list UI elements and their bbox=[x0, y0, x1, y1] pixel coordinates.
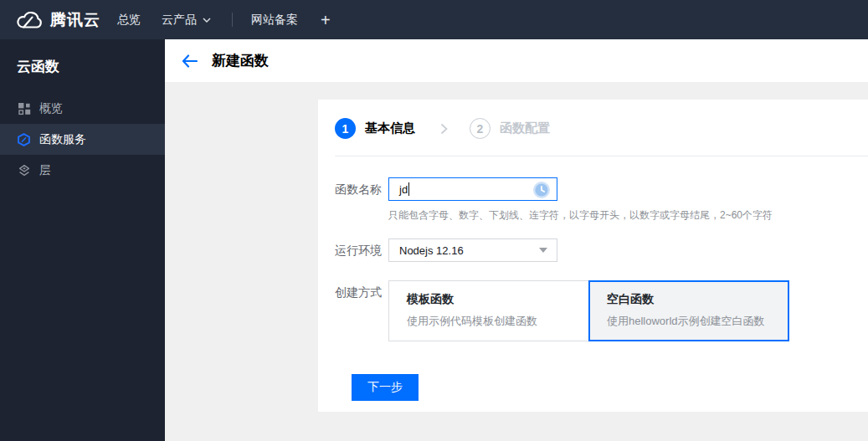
nav-item-label: 云产品 bbox=[162, 13, 197, 28]
section-divider bbox=[335, 156, 868, 156]
creation-method-options: 模板函数 使用示例代码模板创建函数 空白函数 使用helloworld示例创建空… bbox=[388, 280, 789, 341]
app-root: 腾讯云 总览 云产品 网站备案 + 云函数 bbox=[0, 0, 868, 441]
chevron-down-icon bbox=[203, 18, 211, 23]
nav-item-label: 总览 bbox=[117, 13, 141, 28]
step-basic-info: 1 基本信息 bbox=[335, 118, 415, 139]
creation-method-row: 创建方式 模板函数 使用示例代码模板创建函数 空白函数 使用helloworld… bbox=[335, 280, 868, 341]
next-step-button[interactable]: 下一步 bbox=[352, 374, 419, 401]
step-number-badge: 1 bbox=[335, 118, 356, 139]
function-name-input[interactable]: jd bbox=[388, 177, 557, 201]
back-arrow-button[interactable] bbox=[179, 51, 199, 71]
overview-grid-icon bbox=[17, 101, 31, 115]
validating-clock-icon bbox=[532, 181, 551, 203]
method-description: 使用示例代码模板创建函数 bbox=[407, 314, 580, 329]
sidebar-item-overview[interactable]: 概览 bbox=[0, 93, 165, 124]
topbar: 腾讯云 总览 云产品 网站备案 + bbox=[0, 0, 868, 39]
method-title: 模板函数 bbox=[407, 292, 580, 307]
method-description: 使用helloworld示例创建空白函数 bbox=[607, 314, 779, 329]
sidebar-item-label: 函数服务 bbox=[39, 132, 86, 147]
tencent-cloud-logo[interactable]: 腾讯云 bbox=[0, 9, 117, 31]
runtime-select[interactable]: Nodejs 12.16 bbox=[388, 238, 557, 262]
sidebar-title: 云函数 bbox=[0, 39, 165, 93]
wizard-steps: 1 基本信息 2 函数配置 bbox=[318, 100, 868, 156]
nav-item-label: 网站备案 bbox=[251, 13, 298, 28]
page-title: 新建函数 bbox=[212, 51, 269, 70]
runtime-row: 运行环境 Nodejs 12.16 bbox=[335, 238, 868, 262]
step-function-config: 2 函数配置 bbox=[470, 118, 550, 139]
step-label: 基本信息 bbox=[365, 121, 415, 136]
page-header: 新建函数 bbox=[165, 39, 868, 82]
basic-info-form: 函数名称 jd bbox=[318, 177, 868, 401]
step-number-badge: 2 bbox=[470, 118, 490, 139]
topbar-nav: 总览 云产品 网站备案 + bbox=[117, 12, 331, 28]
content-area: 1 基本信息 2 函数配置 bbox=[165, 82, 868, 441]
brand-name: 腾讯云 bbox=[50, 9, 100, 31]
sidebar-item-label: 概览 bbox=[39, 101, 63, 116]
sidebar-item-function-service[interactable]: 函数服务 bbox=[0, 124, 165, 155]
method-card-blank-function[interactable]: 空白函数 使用helloworld示例创建空白函数 bbox=[588, 280, 789, 341]
main-panel: 新建函数 1 基本信息 bbox=[165, 39, 868, 441]
sidebar: 云函数 概览 bbox=[0, 39, 165, 441]
method-card-template-function[interactable]: 模板函数 使用示例代码模板创建函数 bbox=[388, 280, 589, 341]
scf-hexagon-icon bbox=[17, 132, 31, 146]
cloud-logo-icon bbox=[15, 10, 43, 29]
runtime-selected-value: Nodejs 12.16 bbox=[399, 244, 464, 257]
runtime-label: 运行环境 bbox=[335, 238, 388, 259]
method-title: 空白函数 bbox=[607, 292, 779, 307]
nav-item-overview[interactable]: 总览 bbox=[117, 13, 141, 28]
add-tab-button[interactable]: + bbox=[321, 12, 331, 28]
nav-item-icp-filing[interactable]: 网站备案 bbox=[251, 13, 298, 28]
function-name-row: 函数名称 jd bbox=[335, 177, 868, 223]
layers-icon bbox=[17, 163, 31, 177]
function-name-label: 函数名称 bbox=[335, 177, 388, 197]
topbar-divider bbox=[232, 13, 233, 27]
sidebar-item-layers[interactable]: 层 bbox=[0, 155, 165, 186]
function-name-value: jd bbox=[399, 183, 408, 196]
function-name-help: 只能包含字母、数字、下划线、连字符，以字母开头，以数字或字母结尾，2~60个字符 bbox=[388, 208, 773, 223]
nav-item-cloud-products[interactable]: 云产品 bbox=[162, 13, 211, 28]
step-chevron-icon bbox=[440, 123, 448, 135]
creation-method-label: 创建方式 bbox=[335, 280, 388, 300]
sidebar-item-label: 层 bbox=[39, 163, 51, 178]
step-label: 函数配置 bbox=[500, 121, 550, 136]
select-caret-icon bbox=[539, 248, 547, 253]
main-layout: 云函数 概览 bbox=[0, 39, 868, 441]
text-cursor bbox=[408, 182, 409, 196]
create-function-card: 1 基本信息 2 函数配置 bbox=[318, 100, 868, 412]
